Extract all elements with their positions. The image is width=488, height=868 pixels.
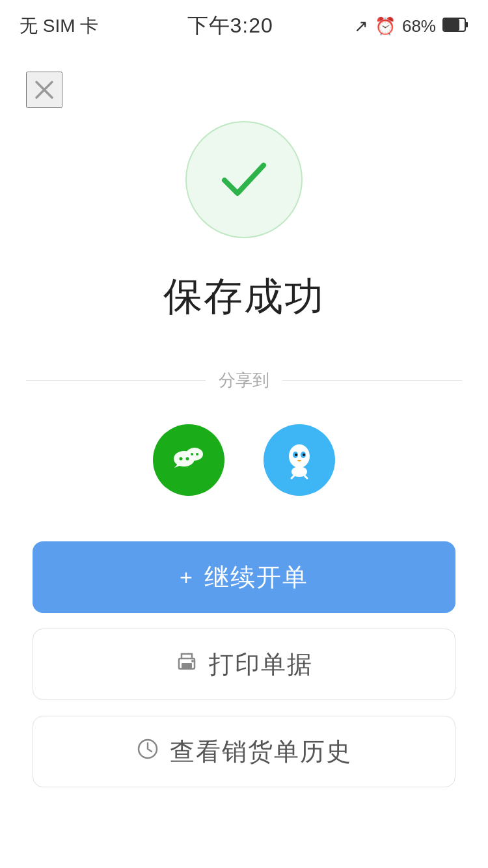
action-buttons: + 继续开单 打印单据 查看销货单历史	[26, 541, 462, 787]
plus-icon: +	[180, 565, 194, 590]
share-icons	[153, 424, 335, 496]
share-divider-text: 分享到	[219, 369, 269, 392]
close-area	[0, 52, 488, 115]
print-button[interactable]: 打印单据	[33, 629, 455, 700]
continue-order-button[interactable]: + 继续开单	[33, 541, 455, 613]
location-icon: ↗	[354, 16, 368, 36]
svg-point-9	[191, 453, 193, 455]
share-divider: 分享到	[26, 369, 462, 392]
svg-point-14	[295, 454, 297, 456]
svg-point-15	[303, 454, 305, 456]
no-sim-label: 无 SIM 卡	[20, 14, 98, 38]
print-label: 打印单据	[209, 648, 313, 681]
close-button[interactable]	[26, 72, 62, 108]
share-qq-button[interactable]	[264, 424, 335, 496]
svg-rect-1	[465, 22, 468, 27]
continue-order-label: 继续开单	[204, 561, 308, 594]
svg-point-10	[196, 453, 198, 455]
checkmark-icon	[215, 149, 273, 210]
view-history-button[interactable]: 查看销货单历史	[33, 716, 455, 787]
battery-percentage: 68%	[402, 16, 436, 36]
history-label: 查看销货单历史	[170, 735, 352, 768]
svg-rect-18	[182, 663, 192, 668]
svg-point-19	[191, 660, 194, 662]
battery-icon	[442, 16, 468, 36]
status-time: 下午3:20	[187, 12, 273, 40]
success-circle	[185, 121, 303, 238]
divider-line-left	[26, 380, 206, 381]
divider-line-right	[282, 380, 462, 381]
svg-point-11	[289, 444, 310, 468]
svg-rect-2	[444, 19, 459, 31]
svg-point-8	[186, 457, 189, 461]
print-icon	[175, 650, 198, 679]
share-wechat-button[interactable]	[153, 424, 224, 496]
main-content: 保存成功 分享到	[0, 115, 488, 868]
status-bar: 无 SIM 卡 下午3:20 ↗ ⏰ 68%	[0, 0, 488, 52]
status-left: 无 SIM 卡	[20, 14, 106, 38]
status-right: ↗ ⏰ 68%	[354, 16, 468, 36]
success-title: 保存成功	[163, 271, 325, 323]
svg-point-7	[180, 457, 183, 461]
alarm-icon: ⏰	[375, 16, 396, 36]
history-icon	[136, 737, 159, 766]
